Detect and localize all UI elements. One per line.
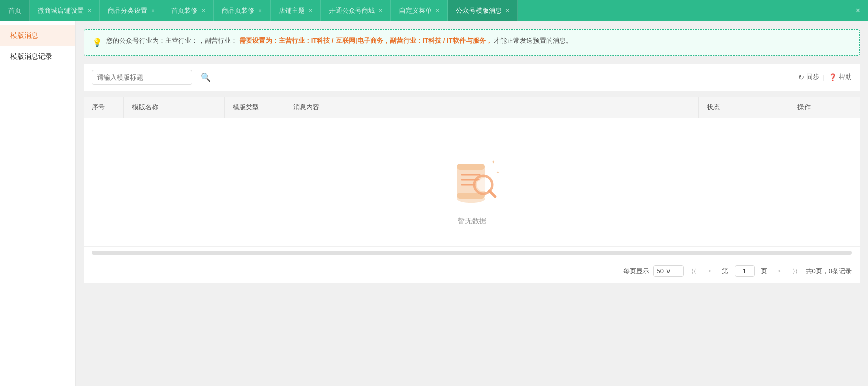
nav-tab-template-msg-label: 公众号模版消息 (456, 6, 502, 15)
nav-tab-homepage-close[interactable]: × (202, 7, 205, 14)
col-status: 状态 (699, 97, 789, 118)
nav-tab-custom-menu-close[interactable]: × (436, 7, 439, 14)
page-first-button[interactable]: ⟨⟨ (688, 265, 700, 277)
search-left: 🔍 (92, 70, 215, 85)
nav-tab-category[interactable]: 商品分类设置 × (100, 0, 163, 21)
svg-text:✦: ✦ (491, 159, 495, 165)
page-next-button[interactable]: ＞ (773, 265, 785, 277)
page-size-label: 每页显示 (623, 267, 649, 276)
page-size-value: 50 (657, 267, 664, 275)
fake-scrollbar[interactable] (92, 251, 852, 255)
svg-line-9 (489, 191, 495, 197)
svg-rect-2 (457, 164, 485, 170)
search-icon: 🔍 (201, 73, 211, 82)
nav-tab-homepage-label: 首页装修 (171, 6, 197, 15)
page-number-input[interactable] (735, 265, 755, 277)
page-last-button[interactable]: ⟩⟩ (789, 265, 802, 277)
nav-tab-theme[interactable]: 店铺主题 × (271, 0, 321, 21)
content-area: 💡 您的公众号行业为：主营行业：，副营行业： 需要设置为：主营行业：IT科技 /… (76, 21, 868, 386)
nav-tab-shop-settings[interactable]: 微商城店铺设置 × (30, 0, 100, 21)
notice-suffix: 才能正常发送预置的消息。 (494, 37, 572, 44)
sync-label: 同步 (806, 72, 819, 82)
pagination: 每页显示 50 ∨ ⟨⟨ ＜ 第 页 ＞ ⟩⟩ 共0页，0条记录 (84, 259, 860, 283)
search-bar: 🔍 ↻ 同步 | ❓ 帮助 (84, 64, 860, 91)
notice-text: 您的公众号行业为：主营行业：，副营行业： 需要设置为：主营行业：IT科技 / 互… (106, 36, 851, 46)
nav-tab-template-msg-close[interactable]: × (506, 7, 509, 14)
nav-tab-theme-label: 店铺主题 (279, 6, 305, 15)
nav-tab-theme-close[interactable]: × (309, 7, 312, 14)
page-label-pre: 第 (722, 267, 728, 276)
sidebar-item-template-msg-record-label: 模版消息记录 (10, 52, 52, 60)
sidebar-item-template-msg-record[interactable]: 模版消息记录 (0, 46, 75, 67)
sidebar: 模版消息 模版消息记录 (0, 21, 76, 386)
sidebar-item-template-msg-label: 模版消息 (10, 31, 38, 39)
col-type: 模版类型 (225, 97, 285, 118)
nav-tab-home-label: 首页 (8, 6, 21, 15)
main-layout: 模版消息 模版消息记录 💡 您的公众号行业为：主营行业：，副营行业： 需要设置为… (0, 21, 868, 386)
nav-tab-product-page-close[interactable]: × (258, 7, 262, 14)
page-size-dropdown-icon: ∨ (666, 267, 671, 275)
nav-tab-open-mall[interactable]: 开通公众号商城 × (321, 0, 391, 21)
svg-point-8 (477, 178, 490, 191)
page-size-select[interactable]: 50 ∨ (653, 265, 684, 277)
notice-icon: 💡 (92, 36, 102, 49)
sync-icon: ↻ (798, 73, 804, 81)
col-name: 模版名称 (124, 97, 225, 118)
help-button[interactable]: ❓ 帮助 (829, 72, 852, 82)
search-button[interactable]: 🔍 (196, 70, 215, 84)
sync-button[interactable]: ↻ 同步 (798, 72, 819, 82)
col-content: 消息内容 (285, 97, 699, 118)
col-action: 操作 (789, 97, 860, 118)
nav-tab-shop-settings-label: 微商城店铺设置 (38, 6, 84, 15)
page-total-info: 共0页，0条记录 (806, 267, 852, 276)
nav-tab-homepage[interactable]: 首页装修 × (163, 0, 214, 21)
close-all-icon: × (856, 6, 860, 15)
nav-tab-custom-menu[interactable]: 自定义菜单 × (391, 0, 448, 21)
empty-state: ✦ ✦ 暂无数据 (84, 118, 860, 246)
nav-tab-open-mall-close[interactable]: × (379, 7, 382, 14)
nav-tab-product-page[interactable]: 商品页装修 × (214, 0, 271, 21)
nav-tab-shop-settings-close[interactable]: × (88, 7, 91, 14)
top-nav: 首页 微商城店铺设置 × 商品分类设置 × 首页装修 × 商品页装修 × 店铺主… (0, 0, 868, 21)
search-input[interactable] (92, 70, 192, 85)
svg-text:✦: ✦ (496, 170, 500, 175)
help-icon: ❓ (829, 73, 837, 81)
nav-tab-custom-menu-label: 自定义菜单 (399, 6, 432, 15)
help-label: 帮助 (839, 72, 852, 82)
notice-prefix: 您的公众号行业为：主营行业：，副营行业： (106, 37, 237, 44)
nav-close-all-button[interactable]: × (848, 0, 868, 21)
col-seq: 序号 (84, 97, 124, 118)
nav-tab-category-label: 商品分类设置 (108, 6, 147, 15)
notice-box: 💡 您的公众号行业为：主营行业：，副营行业： 需要设置为：主营行业：IT科技 /… (84, 29, 860, 56)
nav-tab-open-mall-label: 开通公众号商城 (329, 6, 375, 15)
table-wrap: 序号 模版名称 模版类型 消息内容 状态 操作 (84, 97, 860, 283)
page-prev-button[interactable]: ＜ (704, 265, 716, 277)
nav-tab-template-msg[interactable]: 公众号模版消息 × (448, 0, 518, 21)
search-right: ↻ 同步 | ❓ 帮助 (798, 72, 852, 82)
nav-tab-home[interactable]: 首页 (0, 0, 30, 21)
nav-tab-product-page-label: 商品页装修 (222, 6, 254, 15)
sidebar-item-template-msg[interactable]: 模版消息 (0, 25, 75, 46)
nav-tab-category-close[interactable]: × (151, 7, 155, 14)
page-label-suf: 页 (761, 267, 767, 276)
divider: | (823, 73, 825, 81)
empty-text: 暂无数据 (458, 217, 486, 226)
empty-illustration: ✦ ✦ (442, 148, 502, 209)
table-header: 序号 模版名称 模版类型 消息内容 状态 操作 (84, 97, 860, 118)
scrollbar-area (84, 246, 860, 259)
notice-highlight: 需要设置为：主营行业：IT科技 / 互联网|电子商务，副营行业：IT科技 / I… (239, 37, 492, 44)
